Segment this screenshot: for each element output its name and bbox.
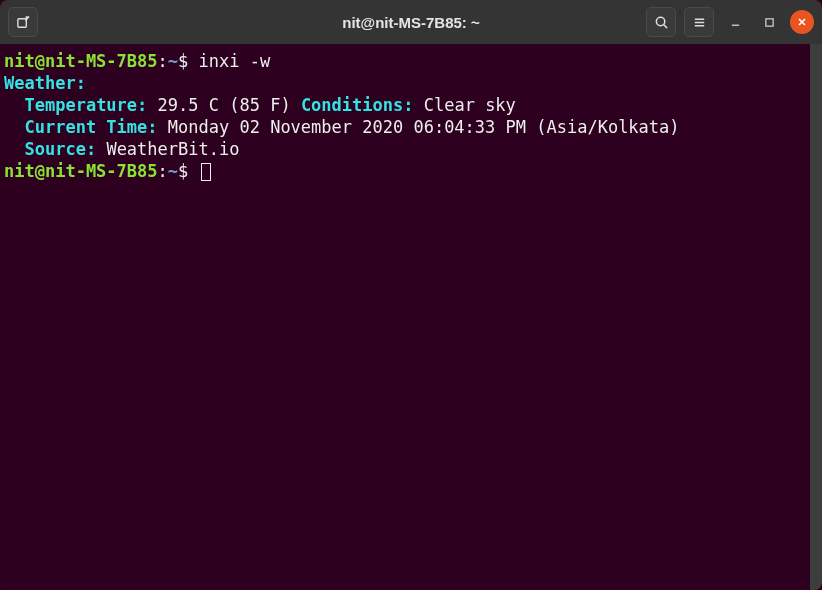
source-label: Source: xyxy=(24,139,96,159)
output-time-line: Current Time: Monday 02 November 2020 06… xyxy=(4,116,806,138)
new-tab-button[interactable] xyxy=(8,7,38,37)
time-value: Monday 02 November 2020 06:04:33 PM (Asi… xyxy=(168,117,680,137)
close-button[interactable] xyxy=(790,10,814,34)
titlebar: nit@nit-MS-7B85: ~ xyxy=(0,0,822,44)
output-temp-line: Temperature: 29.5 C (85 F) Conditions: C… xyxy=(4,94,806,116)
maximize-button[interactable] xyxy=(756,9,782,35)
prompt-userhost: nit@nit-MS-7B85 xyxy=(4,51,158,71)
svg-rect-2 xyxy=(765,18,772,25)
prompt-userhost: nit@nit-MS-7B85 xyxy=(4,161,158,181)
output-header: Weather: xyxy=(4,72,806,94)
prompt-sigil: $ xyxy=(178,161,188,181)
prompt-sep: : xyxy=(158,161,168,181)
temp-value: 29.5 C (85 F) xyxy=(158,95,291,115)
source-value: WeatherBit.io xyxy=(106,139,239,159)
search-button[interactable] xyxy=(646,7,676,37)
output-source-line: Source: WeatherBit.io xyxy=(4,138,806,160)
window-title: nit@nit-MS-7B85: ~ xyxy=(342,14,480,31)
prompt-sep: : xyxy=(158,51,168,71)
cursor-icon xyxy=(201,163,211,181)
prompt-path: ~ xyxy=(168,161,178,181)
prompt-line-1: nit@nit-MS-7B85:~$ inxi -w xyxy=(4,50,806,72)
minimize-button[interactable] xyxy=(722,9,748,35)
prompt-line-2: nit@nit-MS-7B85:~$ xyxy=(4,160,806,182)
time-label: Current Time: xyxy=(24,117,157,137)
prompt-path: ~ xyxy=(168,51,178,71)
menu-button[interactable] xyxy=(684,7,714,37)
command-text: inxi -w xyxy=(199,51,271,71)
prompt-sigil: $ xyxy=(178,51,188,71)
svg-point-1 xyxy=(656,17,664,25)
terminal-area[interactable]: nit@nit-MS-7B85:~$ inxi -w Weather: Temp… xyxy=(0,44,822,590)
cond-label: Conditions: xyxy=(301,95,414,115)
temp-label: Temperature: xyxy=(24,95,147,115)
cond-value: Clear sky xyxy=(424,95,516,115)
